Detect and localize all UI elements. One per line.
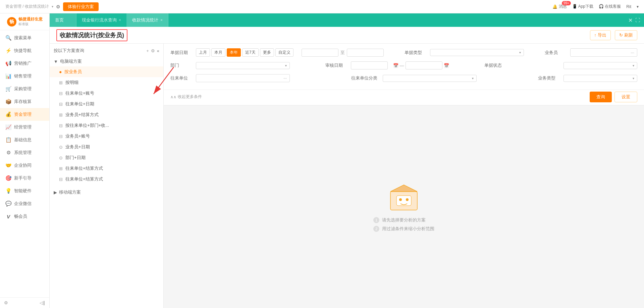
user-dropdown-icon[interactable]: ▾ [637,4,639,9]
tab-cashflow-close-icon[interactable]: × [119,18,121,22]
collapse-icon: ∧∧ [170,95,176,99]
empty-hint: 1 请先选择要分析的方案 2 用过滤条件来缩小分析范围 [373,217,434,232]
tab-bar-expand-icon[interactable]: ⛶ [635,17,640,23]
dept-select[interactable]: ▾ [196,62,290,69]
sidebar-item-system[interactable]: ⚙ 系统管理 [0,146,49,159]
scheme-item-counterpart-settle1[interactable]: ⊞ 往来单位+结算方式 [50,163,163,174]
audit-from-input[interactable]: yyyy-mm-dd [351,61,388,69]
sidebar-item-hardware[interactable]: 💡 智能硬件 [0,185,49,197]
sidebar-item-guide[interactable]: 🎯 新手引导 [0,172,49,185]
scheme-item-counterpart-date[interactable]: ⊟ 往来单位+日期 [50,99,163,109]
sidebar-item-marketing[interactable]: 📢 营销推广 [0,57,49,70]
date-range: 2023-01-01 至 2023-12-31 [302,49,384,57]
docstatus-select[interactable]: ▾ [564,62,637,69]
date-to-input[interactable]: 2023-12-31 [347,49,384,57]
sidebar-item-quicknav[interactable]: ⚡ 快捷导航 [0,44,49,57]
sidebar-item-search[interactable]: 🔍 搜索菜单 [0,32,49,44]
biztype-dropdown-icon: ▾ [633,76,634,80]
quicknav-icon: ⚡ [5,48,11,54]
dept-dropdown-icon: ▾ [285,64,287,67]
tab-home[interactable]: 首页 [50,13,76,27]
online-service-link[interactable]: 🎧 在线客服 [599,4,621,9]
message-badge: 99+ [562,1,571,5]
tab-receivable-close-icon[interactable]: × [160,18,163,22]
counterpart-cat-select[interactable]: ▾ [383,75,477,82]
scheme-item-counterpart-acct[interactable]: ⊟ 往来单位+账号 [50,88,163,99]
tab-bar-right: ✕ ⛶ [624,13,644,27]
main-layout: 畅 畅捷通好生意 标准版 🔍 搜索菜单 ⚡ 快捷导航 📢 营销推广 [0,13,644,308]
app-download-link[interactable]: 📱 App下载 [572,4,593,9]
sidebar-item-management[interactable]: 📈 经营管理 [0,121,49,134]
export-button[interactable]: ↑ 导出 [590,30,611,40]
refresh-button[interactable]: ↻ 刷新 [615,30,637,40]
scheme-collapse-icon[interactable]: « [157,48,159,53]
main-content: 首页 现金银行流水查询 × 收款情况统计 × ✕ ⛶ 收款情况统计(按业务员) … [50,13,644,308]
top-header: 资金管理 / 收款情况统计 ▾ ⚙ 体验行业方案 🔔 消息 99+ 📱 App下… [0,0,644,13]
message-button[interactable]: 🔔 消息 99+ [552,4,567,9]
audit-calendar-to-icon[interactable]: 📅 [444,63,449,68]
date-tabs: 上月 本月 本年 近7天 更多 自定义 [196,48,293,57]
counterpart-more-icon[interactable]: ··· [283,76,287,81]
tab-bar-close-icon[interactable]: ✕ [628,17,633,23]
sidebar-item-finance[interactable]: 💰 资金管理 [0,108,49,121]
scheme-desktop-group[interactable]: ▼ 电脑端方案 [50,56,163,66]
sidebar-item-weixin[interactable]: 💬 企业微信 [0,197,49,210]
breadcrumb: 资金管理 / 收款情况统计 [5,4,49,9]
tab-cashflow[interactable]: 现金银行流水查询 × [76,13,127,27]
logo-text-group: 畅捷通好生意 标准版 [18,17,43,26]
logo-icon: 畅 [7,17,16,27]
scheme-mobile-group[interactable]: ▶ 移动端方案 [50,187,163,197]
scheme-item-staff-acct[interactable]: ⊟ 业务员+账号 [50,131,163,142]
date-tab-custom[interactable]: 自定义 [275,48,293,57]
inventory-icon: 📦 [5,99,11,105]
desktop-group-arrow-icon: ▼ [54,59,58,64]
setting-button[interactable]: 设置 [614,92,637,102]
biztype-select[interactable]: ▾ [564,75,637,82]
date-tab-thisyear[interactable]: 本年 [227,48,241,57]
scheme-panel: 按以下方案查询 + ⚙ « [50,44,164,308]
filter-row-1: 单据日期 上月 本月 本年 近7天 更多 自定义 2023-01-01 至 [170,48,637,57]
date-tab-lastmonth[interactable]: 上月 [196,48,210,57]
sidebar-item-inventory[interactable]: 📦 库存核算 [0,95,49,108]
scheme-item-staff-date[interactable]: ⊙ 业务员+日期 [50,142,163,152]
collapse-button[interactable]: ∧∧ 收起更多条件 [170,91,202,102]
scheme-item-counterpart-settle2[interactable]: ⊟ 往来单位+结算方式 [50,174,163,185]
audit-calendar-from-icon[interactable]: 📅 [393,63,398,68]
settings-bottom-icon[interactable]: ⚙ [4,300,8,305]
purchase-icon: 🛒 [5,86,11,92]
collapse-sidebar-icon[interactable]: ◁‖ [40,300,45,305]
scheme-item-staff-acct-icon: ⊟ [59,134,63,139]
counterpart-label: 往来单位 [170,75,191,81]
date-tab-thismonth[interactable]: 本月 [211,48,225,57]
filter-right: 单据日期 上月 本月 本年 近7天 更多 自定义 2023-01-01 至 [164,44,644,308]
docstatus-dropdown-icon: ▾ [633,64,634,67]
date-tab-more[interactable]: 更多 [260,48,274,57]
audit-to-input[interactable]: yyyy-mm-dd [406,61,442,69]
scheme-add-icon[interactable]: + [146,48,149,53]
scheme-item-counterpart-dept[interactable]: ⊟ 按往来单位+部门+收... [50,120,163,131]
breadcrumb-dropdown-icon[interactable]: ▾ [52,5,53,8]
dept-label: 部门 [170,62,191,68]
date-tab-7days[interactable]: 近7天 [242,48,259,57]
scheme-setting-icon[interactable]: ⚙ [151,48,155,53]
sidebar-item-collab[interactable]: 🤝 企业协同 [0,159,49,172]
date-from-input[interactable]: 2023-01-01 [302,49,338,57]
scheme-header: 按以下方案查询 + ⚙ « [50,48,163,56]
sidebar-item-sales[interactable]: 📊 销售管理 [0,70,49,83]
sidebar-item-basic[interactable]: 📋 基础信息 [0,134,49,146]
sidebar-item-member[interactable]: V 畅会员 [0,210,49,223]
scheme-item-staff-settlement[interactable]: ⊞ 业务员+结算方式 [50,109,163,120]
query-button[interactable]: 查询 [590,92,612,102]
tab-receivable[interactable]: 收款情况统计 × [127,13,168,27]
scheme-item-counterpart-settle1-icon: ⊞ [59,166,63,171]
sidebar-item-purchase[interactable]: 🛒 采购管理 [0,83,49,95]
scheme-item-detail[interactable]: ⊞ 按明细 [50,77,163,88]
counterpart-cat-label: 往来单位分类 [351,75,377,81]
counterpart-select[interactable]: ··· [196,74,290,82]
staff-select[interactable]: ··· [570,48,637,57]
scheme-item-dept-date[interactable]: ⊙ 部门+日期 [50,152,163,163]
settings-gear-icon[interactable]: ⚙ [56,4,60,9]
scheme-item-staff[interactable]: ● 按业务员 [50,66,163,77]
doctype-select[interactable]: ▾ [430,49,524,56]
trial-button[interactable]: 体验行业方案 [63,2,99,11]
